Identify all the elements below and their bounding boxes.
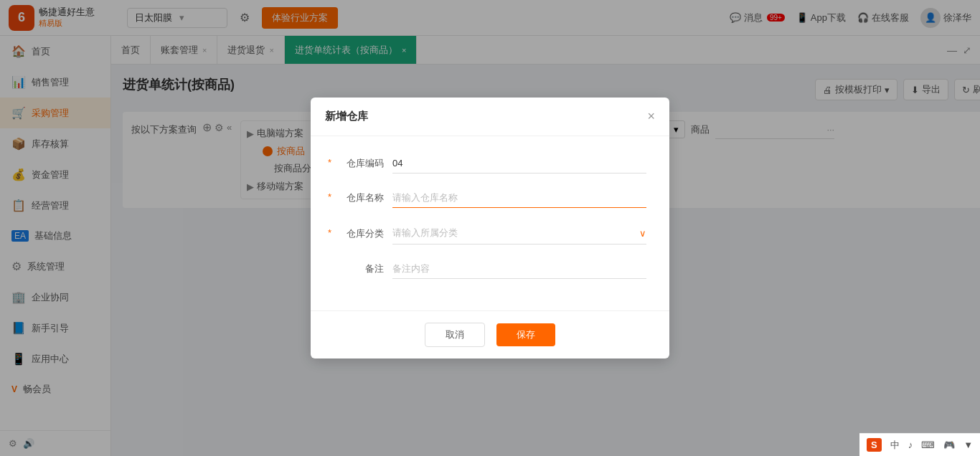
modal-overlay: 新增仓库 × 仓库编码 仓库名称 仓库分类 请输入所属分类 ∨ 备注 bbox=[0, 0, 980, 255]
modal-title: 新增仓库 bbox=[325, 110, 368, 123]
modal-header: 新增仓库 × bbox=[311, 98, 669, 136]
new-warehouse-modal: 新增仓库 × 仓库编码 仓库名称 仓库分类 请输入所属分类 ∨ 备注 bbox=[311, 98, 669, 255]
warehouse-category-select[interactable]: 请输入所属分类 ∨ bbox=[392, 222, 646, 244]
warehouse-code-row: 仓库编码 bbox=[334, 153, 646, 174]
category-placeholder: 请输入所属分类 bbox=[392, 227, 458, 239]
modal-close-button[interactable]: × bbox=[647, 109, 655, 124]
warehouse-category-label: 仓库分类 bbox=[334, 227, 384, 240]
warehouse-code-label: 仓库编码 bbox=[334, 157, 384, 170]
warehouse-name-row: 仓库名称 bbox=[334, 188, 646, 208]
chevron-down-icon: ∨ bbox=[639, 228, 646, 239]
warehouse-name-label: 仓库名称 bbox=[334, 191, 384, 204]
warehouse-code-input[interactable] bbox=[392, 153, 646, 174]
warehouse-name-input[interactable] bbox=[392, 188, 646, 208]
modal-body: 仓库编码 仓库名称 仓库分类 请输入所属分类 ∨ 备注 bbox=[311, 136, 669, 255]
warehouse-category-row: 仓库分类 请输入所属分类 ∨ bbox=[334, 222, 646, 244]
